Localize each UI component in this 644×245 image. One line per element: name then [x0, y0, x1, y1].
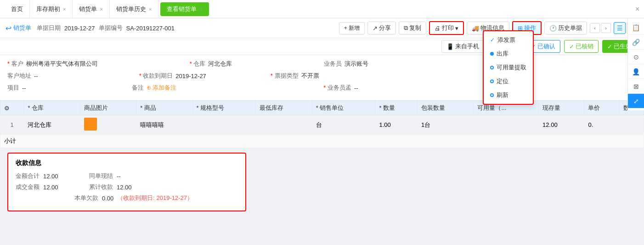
share-button[interactable]: ↗ 分享	[367, 22, 396, 34]
owed-note: （收款到期日: 2019-12-27）	[117, 194, 193, 202]
sidebar-icon-1[interactable]: 📋	[628, 20, 644, 35]
close-history-tab[interactable]: ×	[149, 6, 152, 12]
same-order-value: --	[117, 173, 121, 180]
tab-view-sales[interactable]: 查看销货单 ×	[160, 2, 209, 16]
cumulative-item: 累计收款 12.00	[89, 183, 144, 191]
copy-button[interactable]: ⧉ 复制	[399, 22, 426, 34]
deal-amount-item: 成交金额 12.00	[16, 183, 71, 191]
form-area: 客户 柳州粤港平安气体有限公司 仓库 河北仓库 业务员 演示账号 客户地址 --…	[0, 55, 644, 100]
tab-sales-history[interactable]: 销货单历史 ×	[110, 0, 158, 18]
payment-info-title: 收款信息	[16, 159, 238, 167]
col-image: 商品图片	[80, 101, 136, 115]
new-button[interactable]: + 新增	[339, 22, 365, 34]
total-amount-label: 金额合计	[16, 172, 40, 180]
right-sidebar: 📋 🔗 ⊙ 👤 ⊠ ⤢	[627, 18, 644, 110]
next-arrow[interactable]: ›	[601, 23, 611, 33]
close-inventory-tab[interactable]: ×	[63, 6, 66, 12]
effective-icon: ✓	[607, 43, 612, 50]
row-current-qty: 12.00	[539, 115, 584, 135]
total-amount-value: 12.00	[43, 173, 58, 180]
refresh-item[interactable]: 刷新	[484, 88, 533, 102]
print-icon: 🖨	[435, 25, 441, 32]
locate-dot-icon	[490, 80, 494, 83]
history-button[interactable]: 🕐 历史单据	[544, 22, 587, 34]
row-pack-qty: 1台	[418, 115, 474, 135]
row-unit: 台	[312, 115, 375, 135]
close-sales-tab[interactable]: ×	[100, 6, 102, 12]
col-pack-qty: 包装数量	[418, 101, 474, 115]
row-available	[474, 115, 539, 135]
cumulative-value: 12.00	[117, 184, 132, 191]
from-phone-button[interactable]: 📱 来自手机	[441, 40, 484, 53]
list-view-btn[interactable]: ☰	[614, 22, 626, 34]
sidebar-icon-expand[interactable]: ⤢	[628, 94, 644, 108]
doc-info: 单据日期 2019-12-27 单据编号 SA-20191227-001	[37, 24, 175, 32]
total-amount-item: 金额合计 12.00	[16, 172, 71, 180]
close-view-sales-tab[interactable]: ×	[199, 6, 202, 12]
products-table: ⚙ * 仓库 商品图片 * 商品 * 规格型号 最低库存 * 销售单位 * 数量…	[0, 101, 644, 148]
warehouse-field: 仓库 河北仓库	[190, 60, 232, 68]
history-icon: 🕐	[549, 25, 557, 32]
sidebar-icon-3[interactable]: ⊙	[628, 50, 644, 64]
customer-field: 客户 柳州粤港平安气体有限公司	[7, 60, 98, 68]
check-icon: ✓	[490, 37, 495, 43]
tab-inventory-init[interactable]: 库存期初 ×	[30, 0, 73, 18]
table-wrapper: ⚙ * 仓库 商品图片 * 商品 * 规格型号 最低库存 * 销售单位 * 数量…	[0, 100, 644, 148]
row-spec	[192, 115, 256, 135]
window-close-button[interactable]: ×	[635, 5, 639, 13]
owed-value: 0.00	[102, 195, 113, 202]
subtotal-row: 小计	[0, 135, 644, 148]
share-icon: ↗	[373, 25, 378, 32]
outbound-item[interactable]: 出库	[484, 47, 533, 61]
payment-row-1: 金额合计 12.00 同单现结 --	[16, 172, 238, 180]
address-field: 客户地址 --	[7, 72, 38, 80]
tab-sales-order[interactable]: 销货单 ×	[73, 0, 109, 18]
row-price: 0.	[584, 115, 619, 135]
note-field: 备注 ⊕ 添加备注	[132, 84, 177, 92]
prev-arrow[interactable]: ‹	[590, 23, 600, 33]
print-button[interactable]: 🖨 打印 ▾	[429, 21, 464, 35]
col-current-qty: 现存量	[539, 101, 584, 115]
payment-row-3: 本单欠款 0.00 （收款到期日: 2019-12-27）	[16, 194, 238, 202]
locate-item[interactable]: 定位	[484, 74, 533, 88]
col-settings[interactable]: ⚙	[0, 101, 24, 115]
col-product: * 商品	[136, 101, 192, 115]
form-row-3: 项目 -- 备注 ⊕ 添加备注 业务员孟 --	[7, 84, 637, 92]
action-row: 📱 来自手机 ◉ 未开票 ✓ 已确认 ✓ 已核销 ✓ 已生效	[0, 38, 644, 55]
doc-type-label: ↩ 销货单	[6, 24, 31, 33]
plus-icon: ⊕	[147, 84, 151, 91]
sidebar-icon-2[interactable]: 🔗	[628, 35, 644, 50]
refresh-dot-icon	[490, 93, 494, 97]
dot-blue-icon	[490, 52, 494, 56]
row-qty: 1.00	[375, 115, 418, 135]
col-warehouse: * 仓库	[24, 101, 80, 115]
salesperson-field: 业务员孟 --	[323, 84, 358, 92]
operation-dropdown: ✓ 添发票 出库 可用量提取 定位 刷新	[483, 30, 534, 105]
col-unit: * 销售单位	[312, 101, 375, 115]
subtotal-label: 小计	[0, 135, 644, 148]
sidebar-icon-5[interactable]: ⊠	[628, 79, 644, 94]
add-note-button[interactable]: ⊕ 添加备注	[147, 84, 177, 92]
deal-amount-label: 成交金额	[16, 183, 40, 191]
row-amount	[619, 115, 644, 135]
phone-icon: 📱	[446, 43, 454, 50]
add-invoice-item[interactable]: ✓ 添发票	[484, 33, 533, 47]
available-qty-item[interactable]: 可用量提取	[484, 61, 533, 74]
form-row-2: 客户地址 -- 收款到期日 2019-12-27 票据类型 不开票	[7, 72, 637, 80]
owed-item: 本单欠款 0.00 （收款到期日: 2019-12-27）	[16, 194, 193, 202]
verified-icon: ✓	[569, 43, 574, 50]
verified-button[interactable]: ✓ 已核销	[564, 40, 599, 53]
project-field: 项目 --	[7, 84, 26, 92]
col-spec: * 规格型号	[192, 101, 256, 115]
tab-home[interactable]: 首页	[5, 0, 30, 18]
owed-label: 本单欠款	[74, 194, 98, 202]
sidebar-icon-4[interactable]: 👤	[628, 64, 644, 79]
nav-arrows: ‹ ›	[590, 23, 611, 33]
tab-bar: 首页 库存期初 × 销货单 × 销货单历史 × 查看销货单 × ×	[0, 0, 644, 18]
col-qty: * 数量	[375, 101, 418, 115]
cumulative-label: 累计收款	[89, 183, 113, 191]
row-warehouse: 河北仓库	[24, 115, 80, 135]
row-num: 1	[0, 115, 24, 135]
col-min-stock: 最低库存	[256, 101, 312, 115]
header-bar: ↩ 销货单 单据日期 2019-12-27 单据编号 SA-20191227-0…	[0, 18, 644, 38]
